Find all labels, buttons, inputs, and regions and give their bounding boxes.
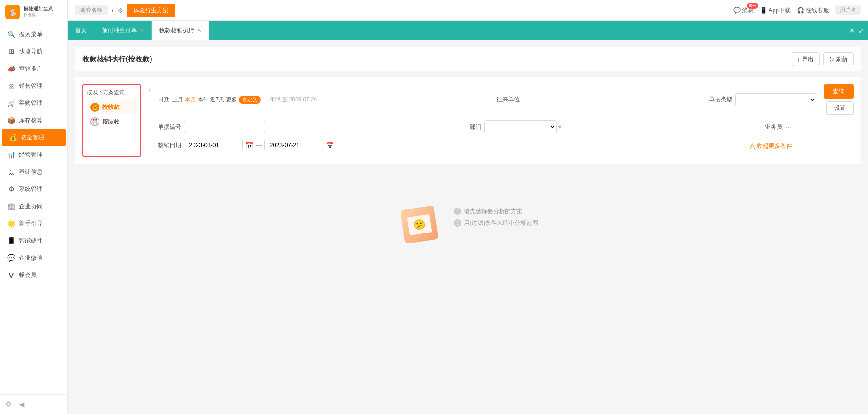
sidebar-label-guide: 新手引导 xyxy=(19,219,42,228)
date-more[interactable]: 更多 xyxy=(226,96,237,104)
sidebar-item-finance[interactable]: 💰 资金管理 xyxy=(2,129,66,146)
collapse-sidebar-icon[interactable]: ◀ xyxy=(17,398,26,410)
hardware-icon: 📱 xyxy=(7,237,15,245)
filter-form: 日期 上月 本月 本年 近7天 更多 自定义 不限 至 2023-07-26 xyxy=(158,84,854,157)
sidebar-label-finance: 资金管理 xyxy=(21,133,44,142)
tab-close-window-icon[interactable]: ✕ xyxy=(849,26,855,35)
tab-prepay-label: 预付冲应付单 xyxy=(102,26,137,34)
tab-writeoff[interactable]: 收款核销执行 ✕ xyxy=(152,21,209,40)
empty-box-face: 😕 xyxy=(407,214,432,235)
counterparty-label: 往来单位 xyxy=(496,95,520,104)
search-icon: 🔍 xyxy=(7,30,15,38)
staff-dots: ··· xyxy=(785,122,792,132)
date-this-month[interactable]: 本月 xyxy=(185,96,196,104)
sidebar-item-basic[interactable]: 🗂 基础信息 xyxy=(0,163,67,181)
account-dropdown[interactable]: ▾ xyxy=(111,7,114,14)
calendar-end-icon[interactable]: 📅 xyxy=(326,142,334,149)
topbar-left: 账套名称 ▾ ⚙ 体验行业方案 xyxy=(75,4,728,17)
home-icon: ⊞ xyxy=(7,48,15,56)
tab-prepay[interactable]: 预付冲应付单 ✕ xyxy=(94,21,152,40)
page-body: 收款核销执行(按收款) ↑ 导出 ↻ 刷新 按以下方案查询 💰 按收款 xyxy=(68,40,868,414)
doc-type-select[interactable] xyxy=(735,93,816,106)
sidebar-label-sales: 销售管理 xyxy=(19,82,42,90)
service-button[interactable]: 🎧 在线客服 xyxy=(797,6,829,14)
tab-writeoff-close[interactable]: ✕ xyxy=(197,27,202,33)
app-download-button[interactable]: 📱 App下载 xyxy=(760,6,791,14)
doc-no-input[interactable] xyxy=(184,121,265,133)
receipt-option-icon: 💰 xyxy=(90,103,99,112)
sidebar-item-enterprise[interactable]: 🏢 企业协同 xyxy=(0,198,67,215)
filter-row-1: 日期 上月 本月 本年 近7天 更多 自定义 不限 至 2023-07-26 xyxy=(158,84,854,115)
writeoff-date-start[interactable] xyxy=(184,139,243,151)
service-icon: 🎧 xyxy=(797,7,804,14)
sidebar-item-member[interactable]: V 畅会员 xyxy=(0,266,67,284)
hint-num-2: 2 xyxy=(454,219,461,227)
message-icon: 💬 xyxy=(733,7,741,14)
enterprise-icon: 🏢 xyxy=(7,202,15,210)
filter-by-receivable[interactable]: ⏰ 按应收 xyxy=(87,114,137,129)
dept-select[interactable] xyxy=(484,120,557,133)
marketing-icon: 📣 xyxy=(7,65,15,73)
filter-collapse-icon[interactable]: › xyxy=(146,84,152,157)
tab-prepay-close[interactable]: ✕ xyxy=(140,27,144,33)
writeoff-date-label: 核销日期 xyxy=(158,141,181,149)
topbar: 账套名称 ▾ ⚙ 体验行业方案 💬 消息 99+ 📱 App下载 🎧 在线客服 … xyxy=(68,0,868,21)
solution-button[interactable]: 体验行业方案 xyxy=(127,4,175,17)
sidebar-item-sales[interactable]: ◎ 销售管理 xyxy=(0,77,67,95)
query-button[interactable]: 查询 xyxy=(824,84,854,99)
writeoff-date-field: 核销日期 📅 — 📅 xyxy=(158,139,334,151)
sidebar-item-marketing[interactable]: 📣 营销推广 xyxy=(0,60,67,77)
sidebar-item-hardware[interactable]: 📱 智能硬件 xyxy=(0,232,67,249)
sidebar-item-quick-nav[interactable]: ⊞ 快捷导航 xyxy=(0,43,67,60)
date-7days[interactable]: 近7天 xyxy=(210,96,224,104)
tabbar-actions: ✕ ⤢ xyxy=(845,26,868,35)
filter-by-receipt[interactable]: 💰 按收款 xyxy=(87,100,137,114)
topbar-right: 💬 消息 99+ 📱 App下载 🎧 在线客服 用户名 xyxy=(733,5,861,15)
page-title: 收款核销执行(按收款) xyxy=(82,55,152,64)
sidebar: 🐇 畅捷通好生意 标准版 🔍 搜索菜单 ⊞ 快捷导航 📣 营销推广 ◎ 销售管理… xyxy=(0,0,68,414)
tab-writeoff-label: 收款核销执行 xyxy=(159,26,194,34)
date-custom-badge[interactable]: 自定义 xyxy=(239,96,261,104)
collapse-more-button[interactable]: ⋀ 收起更多条件 xyxy=(750,142,792,150)
sidebar-item-wechat[interactable]: 💬 企业微信 xyxy=(0,249,67,266)
refresh-button[interactable]: ↻ 刷新 xyxy=(823,52,854,66)
sidebar-label-system: 系统管理 xyxy=(19,185,42,193)
writeoff-date-range: 📅 — 📅 xyxy=(184,139,334,151)
tab-home-label: 首页 xyxy=(75,26,87,34)
message-button[interactable]: 💬 消息 99+ xyxy=(733,6,754,14)
sidebar-item-inventory[interactable]: 📦 库存核算 xyxy=(0,112,67,129)
settings-button[interactable]: 设置 xyxy=(826,101,854,115)
settings-bottom-icon[interactable]: ⚙ xyxy=(4,398,14,410)
staff-label: 业务员 xyxy=(765,123,783,131)
sidebar-label-enterprise: 企业协同 xyxy=(19,202,42,210)
calendar-start-icon[interactable]: 📅 xyxy=(245,142,253,149)
tab-expand-icon[interactable]: ⤢ xyxy=(859,26,864,35)
sidebar-bottom: ⚙ ◀ xyxy=(0,394,67,414)
page-header: 收款核销执行(按收款) ↑ 导出 ↻ 刷新 xyxy=(75,47,861,71)
sidebar-label-member: 畅会员 xyxy=(19,271,37,279)
filter-actions: 查询 设置 xyxy=(824,84,854,115)
sidebar-item-guide[interactable]: 🌟 新手引导 xyxy=(0,215,67,232)
main-content: 账套名称 ▾ ⚙ 体验行业方案 💬 消息 99+ 📱 App下载 🎧 在线客服 … xyxy=(68,0,868,414)
export-button[interactable]: ↑ 导出 xyxy=(792,52,820,66)
settings-icon[interactable]: ⚙ xyxy=(118,7,123,14)
date-field: 日期 上月 本月 本年 近7天 更多 自定义 xyxy=(158,95,261,104)
date-last-month[interactable]: 上月 xyxy=(172,96,183,104)
writeoff-date-end[interactable] xyxy=(264,139,323,151)
sidebar-item-system[interactable]: ⚙ 系统管理 xyxy=(0,181,67,198)
message-badge: 99+ xyxy=(747,3,758,9)
sidebar-item-operations[interactable]: 📊 经营管理 xyxy=(0,146,67,163)
filter-row-3: 核销日期 📅 — 📅 ⋀ 收起更多条件 xyxy=(158,139,854,151)
operations-icon: 📊 xyxy=(7,151,15,159)
receipt-option-label: 按收款 xyxy=(102,103,120,111)
empty-box: 😕 xyxy=(401,205,439,244)
sidebar-item-purchase[interactable]: 🛒 采购管理 xyxy=(0,95,67,112)
sidebar-item-search[interactable]: 🔍 搜索菜单 xyxy=(0,26,67,43)
sidebar-label-basic: 基础信息 xyxy=(19,168,42,176)
logo: 🐇 畅捷通好生意 标准版 xyxy=(0,0,67,24)
tab-home[interactable]: 首页 xyxy=(68,21,94,40)
date-this-year[interactable]: 本年 xyxy=(198,96,208,104)
filter-panel: 按以下方案查询 💰 按收款 ⏰ 按应收 › 日期 上月 xyxy=(75,77,861,164)
basic-icon: 🗂 xyxy=(7,168,15,176)
empty-state: 😕 1 请先选择要分析的方案 2 用[过滤]条件来缩小分析范围 xyxy=(75,169,861,269)
